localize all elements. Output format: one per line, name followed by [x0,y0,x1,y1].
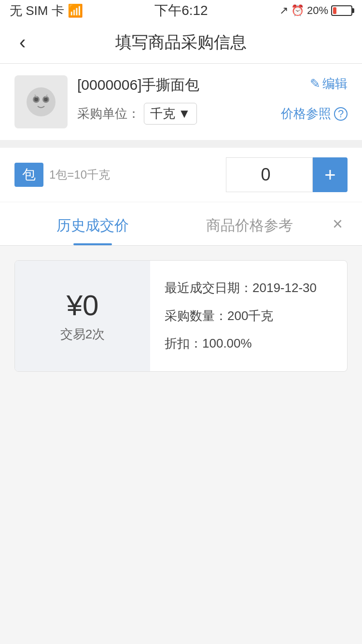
section-divider [0,140,362,148]
quantity-row: 包 1包=10千克 + [0,148,362,202]
battery-percent: 20% [307,4,328,17]
status-time: 下午6:12 [154,1,208,20]
alarm-icon: ⏰ [291,4,304,17]
status-bar: 无 SIM 卡 📶 下午6:12 ↗ ⏰ 20% [0,0,362,21]
price-card: ¥0 交易2次 最近成交日期：2019-12-30 采购数量：200千克 折扣：… [14,260,348,372]
quantity-conversion: 1包=10千克 [49,167,110,182]
page-title: 填写商品采购信息 [115,31,247,54]
unit-text: 采购单位： [77,105,140,122]
tab-product-price-ref[interactable]: 商品价格参考 [171,202,327,245]
price-card-right: 最近成交日期：2019-12-30 采购数量：200千克 折扣：100.00% [150,261,347,371]
price-ref-label: 价格参照 [281,105,331,122]
discount: 折扣：100.00% [165,334,333,354]
unit-select[interactable]: 千克 ▼ [144,103,197,125]
product-header: [0000006]手撕面包 ✎ 编辑 [77,75,348,95]
svg-point-4 [44,98,48,101]
quantity-label: 包 1包=10千克 [14,163,110,187]
status-network: 无 SIM 卡 📶 [10,2,83,19]
edit-button[interactable]: ✎ 编辑 [310,75,348,92]
svg-point-0 [27,87,56,116]
price-card-left: ¥0 交易2次 [15,261,150,371]
unit-label: 采购单位： 千克 ▼ [77,103,197,125]
quantity-input[interactable] [226,157,313,192]
location-icon: ↗ [279,4,288,17]
product-unit-row: 采购单位： 千克 ▼ 价格参照 ? [77,103,348,125]
battery-icon [331,5,352,16]
product-thumb-image [24,85,58,119]
product-thumbnail [14,75,68,128]
product-card: [0000006]手撕面包 ✎ 编辑 采购单位： 千克 ▼ 价格参照 ? [0,64,362,140]
back-button[interactable]: ‹ [14,27,30,58]
svg-point-3 [34,98,38,101]
help-icon: ? [334,107,348,121]
quantity-input-group: + [226,157,348,192]
nav-bar: ‹ 填写商品采购信息 [0,21,362,64]
tab-close-button[interactable]: × [328,209,348,239]
tabs-bar: 历史成交价 商品价格参考 × [0,202,362,246]
recent-date: 最近成交日期：2019-12-30 [165,278,333,298]
quantity-unit: 包 [14,163,43,187]
chevron-down-icon: ▼ [178,106,191,121]
edit-label: 编辑 [322,75,348,92]
unit-value: 千克 [150,105,175,122]
edit-icon: ✎ [310,76,320,91]
price-amount: ¥0 [67,289,99,322]
history-content: ¥0 交易2次 最近成交日期：2019-12-30 采购数量：200千克 折扣：… [0,246,362,535]
price-ref-button[interactable]: 价格参照 ? [281,105,348,122]
status-right: ↗ ⏰ 20% [279,4,352,17]
tab-history-price[interactable]: 历史成交价 [14,202,171,245]
product-info: [0000006]手撕面包 ✎ 编辑 采购单位： 千克 ▼ 价格参照 ? [77,75,348,125]
price-times: 交易2次 [60,326,105,343]
purchase-qty: 采购数量：200千克 [165,306,333,326]
product-name: [0000006]手撕面包 [77,75,199,95]
quantity-plus-button[interactable]: + [313,157,348,192]
